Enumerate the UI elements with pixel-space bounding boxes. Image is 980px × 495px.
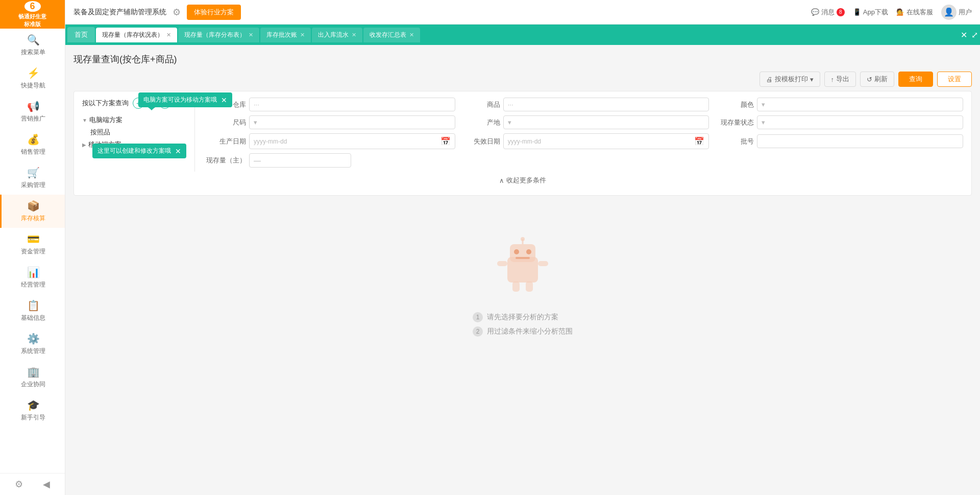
dots-icon: ···: [508, 101, 513, 108]
tab-home[interactable]: 首页: [67, 27, 95, 42]
sidebar-item-label: 系统管理: [21, 347, 45, 356]
sidebar-item-finance[interactable]: 💳 资金管理: [0, 228, 65, 261]
message-badge: 8: [837, 8, 845, 16]
marketing-icon: 📢: [27, 100, 40, 112]
filter-header-label: 按以下方案查询: [82, 99, 129, 108]
stock-status-label: 现存量状态: [713, 118, 754, 127]
top-header: 装备及固定资产辅助管理系统 ⚙ 体验行业方案 💬 消息 8 📱 App下载 💁 …: [65, 0, 980, 25]
empty-robot-svg: [492, 237, 553, 298]
scheme-group-pc[interactable]: ▼ 电脑端方案: [82, 114, 184, 126]
service-icon: 💁: [896, 8, 904, 16]
calendar-icon: 📅: [440, 136, 451, 146]
empty-state: 1 请先选择要分析的方案 2 用过滤条件来缩小分析范围: [74, 196, 972, 378]
tab-stock-status[interactable]: 现存量（库存状况表） ✕: [96, 28, 177, 42]
sidebar-item-inventory[interactable]: 📦 库存核算: [0, 195, 65, 228]
tab-stock-status-close[interactable]: ✕: [166, 32, 171, 38]
system-title: 装备及固定资产辅助管理系统: [74, 8, 166, 17]
purchase-icon: 🛒: [27, 167, 40, 179]
sidebar-item-quick-nav[interactable]: ⚡ 快捷导航: [0, 62, 65, 95]
maximize-button[interactable]: ⤢: [971, 30, 978, 40]
sidebar-item-label: 搜索菜单: [21, 48, 45, 57]
svg-point-3: [526, 249, 531, 254]
size-select[interactable]: ▾: [249, 115, 455, 129]
color-select[interactable]: ▾: [757, 98, 963, 111]
svg-rect-1: [510, 244, 535, 262]
scheme-tooltip-close[interactable]: ✕: [221, 96, 227, 104]
stock-qty-input[interactable]: —: [249, 153, 351, 168]
refresh-button[interactable]: ↺ 刷新: [860, 72, 894, 87]
tip-num-2: 2: [473, 326, 483, 337]
search-button[interactable]: 查询: [898, 72, 933, 87]
sidebar-item-label: 销售管理: [21, 148, 45, 156]
content-area: 现存量查询(按仓库+商品) 🖨 按模板打印 ▾ ↑ 导出 ↺ 刷新 查询 设置: [65, 45, 980, 495]
avatar: 👤: [941, 5, 957, 20]
tab-recv-summary-close[interactable]: ✕: [409, 32, 414, 38]
scheme-group-label: 电脑端方案: [89, 115, 122, 125]
tab-stock-dist-close[interactable]: ✕: [249, 32, 253, 38]
tab-inout-flow-close[interactable]: ✕: [352, 32, 356, 38]
sidebar-item-base-info[interactable]: 📋 基础信息: [0, 294, 65, 327]
app-download-item[interactable]: 📱 App下载: [853, 8, 888, 17]
close-all-tabs-button[interactable]: ✕: [961, 30, 967, 40]
header-gear-button[interactable]: ⚙: [173, 7, 181, 18]
scheme-item-label: 按照品: [90, 128, 110, 137]
batch-input[interactable]: [757, 134, 963, 148]
separator-icon: —: [254, 156, 261, 164]
logo-icon: 6: [24, 1, 41, 12]
scheme-item-by-product[interactable]: 按照品: [90, 126, 184, 138]
product-select[interactable]: ···: [503, 98, 709, 111]
warehouse-select[interactable]: ···: [249, 98, 455, 111]
create-tooltip: 这里可以创建和修改方案哦 ✕: [92, 144, 186, 158]
stock-status-select[interactable]: ▾: [757, 115, 963, 129]
tab-recv-summary[interactable]: 收发存汇总表 ✕: [363, 28, 420, 42]
tab-bar: 首页 现存量（库存状况表） ✕ 现存量（库存分布表） ✕ 库存批次账 ✕ 出入库…: [65, 25, 980, 45]
chevron-down-icon: ▾: [762, 101, 765, 108]
settings-button[interactable]: ⚙: [15, 479, 23, 490]
svg-rect-7: [512, 281, 520, 292]
sidebar-item-guide[interactable]: 🎓 新手引导: [0, 394, 65, 427]
sidebar-item-enterprise[interactable]: 🏢 企业协同: [0, 361, 65, 394]
refresh-icon: ↺: [867, 76, 872, 83]
vertical-divider: [194, 98, 195, 172]
sidebar-item-marketing[interactable]: 📢 营销推广: [0, 95, 65, 128]
expiry-date-start[interactable]: yyyy-mm-dd 📅: [503, 133, 709, 149]
create-tooltip-close[interactable]: ✕: [175, 147, 181, 155]
filter-field-production-date: 生产日期 yyyy-mm-dd 📅: [205, 133, 455, 149]
collapse-bar[interactable]: ∧ 收起更多条件: [82, 172, 963, 189]
export-icon: ↑: [831, 76, 835, 83]
sidebar-item-search[interactable]: 🔍 搜索菜单: [0, 29, 65, 62]
export-button[interactable]: ↑ 导出: [824, 72, 856, 87]
origin-select[interactable]: ▾: [503, 115, 709, 129]
sidebar-item-purchase[interactable]: 🛒 采购管理: [0, 161, 65, 195]
collapse-sidebar-button[interactable]: ◀: [43, 479, 50, 490]
sidebar-item-operations[interactable]: 📊 经营管理: [0, 261, 65, 294]
filter-field-batch: 批号: [713, 134, 963, 148]
sales-icon: 💰: [27, 133, 40, 146]
tab-batch-ledger[interactable]: 库存批次账 ✕: [260, 28, 311, 42]
chevron-down-icon: ▾: [810, 76, 814, 83]
user-item[interactable]: 👤 用户: [941, 5, 972, 20]
user-label: 用户: [959, 8, 972, 17]
sidebar-nav: 🔍 搜索菜单 ⚡ 快捷导航 📢 营销推广 💰 销售管理 🛒 采购管理 📦 库存核…: [0, 29, 65, 473]
inventory-icon: 📦: [27, 200, 40, 212]
setup-button[interactable]: 设置: [937, 72, 972, 87]
tab-inout-flow[interactable]: 出入库流水 ✕: [312, 28, 362, 42]
tab-batch-ledger-close[interactable]: ✕: [300, 32, 305, 38]
filter-fields: 仓库 ··· 商品 ··· 颜色: [205, 98, 963, 172]
tab-inout-flow-label: 出入库流水: [318, 31, 349, 39]
sidebar-item-label: 快捷导航: [21, 81, 45, 90]
svg-rect-5: [497, 261, 507, 266]
search-icon: 🔍: [27, 34, 40, 46]
online-service-item[interactable]: 💁 在线客服: [896, 8, 933, 17]
sidebar-item-sales[interactable]: 💰 销售管理: [0, 128, 65, 161]
chevron-down-icon: ▾: [762, 119, 765, 126]
svg-rect-4: [516, 257, 530, 259]
tip-text-2: 用过滤条件来缩小分析范围: [487, 327, 573, 336]
tab-stock-dist[interactable]: 现存量（库存分布表） ✕: [178, 28, 259, 42]
message-item[interactable]: 💬 消息 8: [811, 8, 845, 17]
production-date-start[interactable]: yyyy-mm-dd 📅: [249, 133, 455, 149]
sidebar-item-system[interactable]: ⚙️ 系统管理: [0, 327, 65, 361]
trial-button[interactable]: 体验行业方案: [187, 5, 241, 20]
print-button[interactable]: 🖨 按模板打印 ▾: [760, 72, 820, 87]
size-label: 尺码: [205, 118, 246, 127]
